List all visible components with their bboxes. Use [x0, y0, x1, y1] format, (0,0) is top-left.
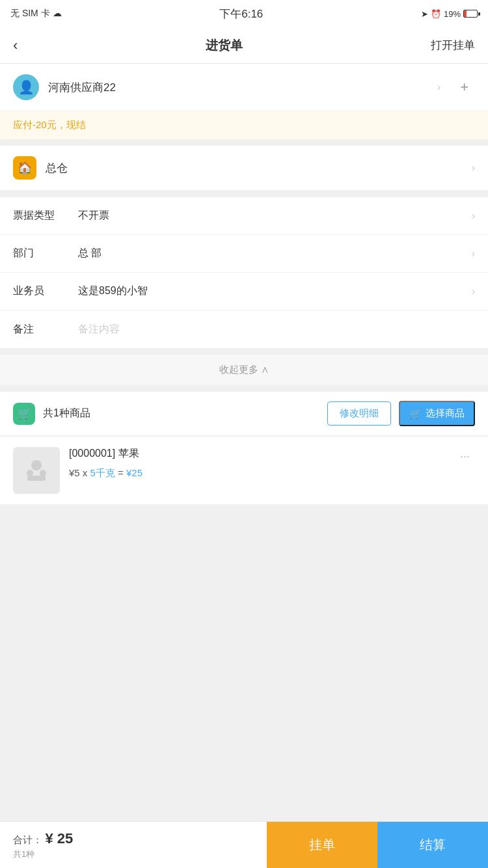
product-thumbnail	[13, 447, 60, 494]
chevron-staff: ›	[472, 286, 475, 297]
total-area: 合计： ¥ 25 共1种	[0, 830, 267, 860]
bottom-bar: 合计： ¥ 25 共1种 挂单 结算	[0, 821, 488, 868]
warehouse-row[interactable]: 🏠 总仓 ›	[0, 146, 488, 191]
cart-icon: 🛒	[18, 407, 31, 420]
more-button[interactable]: ···	[455, 447, 475, 466]
form-row-dept[interactable]: 部门 总 部 ›	[0, 235, 488, 273]
form-value-staff: 这是859的小智	[78, 284, 472, 298]
total-count: 共1种	[13, 848, 254, 860]
product-info: [0000001] 苹果 ¥5 x 5千克 = ¥25	[69, 447, 455, 480]
form-key-invoice: 票据类型	[13, 209, 65, 223]
battery-label: 19%	[444, 9, 461, 19]
form-value-dept: 总 部	[78, 247, 472, 260]
form-placeholder-note: 备注内容	[78, 323, 475, 336]
edit-detail-button[interactable]: 修改明细	[327, 401, 391, 426]
svg-rect-3	[27, 476, 46, 481]
collapse-bar[interactable]: 收起更多 ∧	[0, 355, 488, 385]
product-item: [0000001] 苹果 ¥5 x 5千克 = ¥25 ···	[0, 437, 488, 504]
page-title: 进货单	[206, 37, 243, 54]
back-button[interactable]: ‹	[13, 37, 18, 54]
status-left: 无 SIM 卡 ☁	[10, 8, 62, 20]
status-bar: 无 SIM 卡 ☁ 下午6:16 ➤ ⏰ 19%	[0, 0, 488, 27]
chevron-invoice: ›	[472, 210, 475, 222]
svg-point-1	[27, 470, 33, 476]
supplier-row[interactable]: 👤 河南供应商22 › +	[0, 64, 488, 111]
form-row-note[interactable]: 备注 备注内容	[0, 310, 488, 348]
product-placeholder-icon	[21, 455, 52, 486]
products-header: 🛒 共1种商品 修改明细 🛒 选择商品	[0, 392, 488, 435]
form-key-staff: 业务员	[13, 284, 65, 298]
svg-point-2	[40, 470, 46, 476]
location-icon: ➤	[421, 9, 428, 19]
chevron-right-icon-2: ›	[472, 162, 475, 174]
warehouse-name: 总仓	[46, 161, 472, 176]
product-name: [0000001] 苹果	[69, 447, 455, 461]
hang-button[interactable]: 挂单	[267, 822, 377, 869]
quantity-highlight: 5千克	[90, 467, 115, 478]
add-button[interactable]: +	[454, 79, 475, 96]
avatar: 👤	[13, 74, 39, 100]
payment-info: 应付-20元，现结	[0, 111, 488, 139]
form-row-invoice[interactable]: 票据类型 不开票 ›	[0, 197, 488, 235]
products-icon: 🛒	[13, 403, 35, 425]
chevron-dept: ›	[472, 248, 475, 260]
alarm-icon: ⏰	[431, 9, 441, 19]
chevron-right-icon: ›	[437, 81, 441, 93]
warehouse-icon: 🏠	[13, 156, 36, 180]
select-label: 选择商品	[426, 407, 465, 420]
sim-status: 无 SIM 卡 ☁	[10, 8, 62, 20]
main-content: 👤 河南供应商22 › + 应付-20元，现结 🏠 总仓 › 票据类型 不开票 …	[0, 64, 488, 558]
form-key-dept: 部门	[13, 247, 65, 260]
status-time: 下午6:16	[219, 7, 263, 21]
open-pending-button[interactable]: 打开挂单	[431, 38, 475, 53]
form-row-staff[interactable]: 业务员 这是859的小智 ›	[0, 273, 488, 310]
select-icon: 🛒	[409, 408, 422, 420]
total-amount: ¥ 25	[45, 830, 73, 847]
battery-icon	[463, 10, 478, 18]
total-line: 合计： ¥ 25	[13, 830, 254, 847]
separator: =	[115, 467, 126, 478]
avatar-icon: 👤	[18, 79, 34, 95]
svg-point-0	[31, 460, 42, 470]
supplier-section: 👤 河南供应商22 › + 应付-20元，现结	[0, 64, 488, 139]
supplier-name: 河南供应商22	[48, 80, 437, 95]
products-count: 共1种商品	[43, 407, 319, 420]
form-value-invoice: 不开票	[78, 209, 472, 223]
total-highlight: ¥25	[126, 467, 142, 478]
form-section: 票据类型 不开票 › 部门 总 部 › 业务员 这是859的小智 › 备注 备注…	[0, 197, 488, 348]
checkout-button[interactable]: 结算	[377, 822, 488, 869]
status-right: ➤ ⏰ 19%	[421, 9, 478, 19]
total-label: 合计：	[13, 834, 42, 845]
nav-bar: ‹ 进货单 打开挂单	[0, 27, 488, 64]
product-price: ¥5 x 5千克 = ¥25	[69, 467, 455, 480]
price-label: ¥5 x	[69, 467, 90, 478]
form-key-note: 备注	[13, 323, 65, 336]
select-product-button[interactable]: 🛒 选择商品	[399, 401, 475, 426]
warehouse-section: 🏠 总仓 ›	[0, 146, 488, 191]
